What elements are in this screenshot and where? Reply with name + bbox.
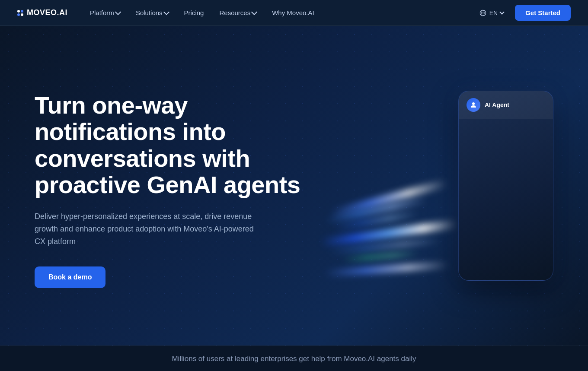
phone-body [459,119,553,136]
logo-icon [17,10,23,16]
hero-visual: AI Agent [346,82,553,298]
language-label: EN [489,10,498,16]
tagline-text: Millions of users at leading enterprises… [17,355,571,363]
logo-dot-1 [17,10,20,13]
streak-6 [342,251,419,262]
hero-content: Turn one-way notifications into conversa… [35,92,303,289]
nav-links: Platform Solutions Pricing Resources Why… [83,6,321,20]
ai-agent-avatar [467,98,480,112]
navbar: MOVEO.AI Platform Solutions Pricing Reso… [0,0,588,26]
logo-dots [17,10,23,16]
nav-right: EN Get Started [475,5,571,21]
nav-left: MOVEO.AI Platform Solutions Pricing Reso… [17,6,321,20]
hero-title: Turn one-way notifications into conversa… [35,92,303,198]
ai-agent-label: AI Agent [485,101,509,108]
streak-7 [324,261,450,277]
lang-chevron-icon [499,10,504,14]
nav-item-platform[interactable]: Platform [83,6,127,20]
streak-3 [333,211,419,231]
streak-2 [325,197,428,224]
language-selector[interactable]: EN [475,6,508,19]
logo-dot-3 [17,13,20,16]
phone-header: AI Agent [459,91,553,119]
streak-1 [329,179,448,218]
logo[interactable]: MOVEO.AI [17,8,67,17]
hero-subtitle: Deliver hyper-personalized experiences a… [35,210,259,247]
hero-section: Turn one-way notifications into conversa… [0,26,588,346]
nav-item-why-moveo[interactable]: Why Moveo.AI [265,6,321,20]
chevron-down-icon [163,9,169,15]
nav-item-pricing[interactable]: Pricing [177,6,211,20]
nav-item-resources[interactable]: Resources [212,6,263,20]
streak-4 [320,219,458,247]
nav-item-solutions[interactable]: Solutions [129,6,176,20]
logo-dot-2 [21,10,23,13]
globe-icon [479,9,487,17]
logo-dot-4 [21,13,23,16]
chevron-down-icon [251,9,257,15]
chevron-down-icon [115,9,121,15]
phone-mockup: AI Agent [458,91,553,281]
logo-text: MOVEO.AI [27,8,67,17]
get-started-button[interactable]: Get Started [515,5,571,21]
streak-5 [329,238,441,254]
book-demo-button[interactable]: Book a demo [35,266,105,288]
bottom-tagline: Millions of users at leading enterprises… [0,346,588,371]
svg-point-3 [472,102,475,105]
robot-icon [470,101,477,109]
